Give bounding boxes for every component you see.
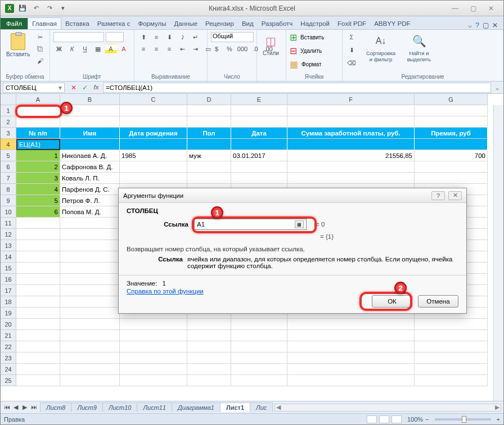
cell[interactable] xyxy=(187,352,231,364)
row-header-18[interactable]: 18 xyxy=(1,296,16,308)
sheet-nav-last-icon[interactable]: ⏭ xyxy=(30,404,38,411)
cell[interactable] xyxy=(287,116,415,128)
formula-input[interactable]: =СТОЛБЕЦ(A1) xyxy=(103,83,491,93)
cell[interactable] xyxy=(16,375,60,386)
cell[interactable] xyxy=(187,364,231,375)
cell[interactable] xyxy=(120,105,187,116)
cell[interactable] xyxy=(287,139,415,150)
fill-color-icon[interactable]: A xyxy=(105,44,116,54)
horizontal-scrollbar[interactable]: ◀ ▶ xyxy=(274,404,501,412)
cell[interactable] xyxy=(60,352,120,364)
name-box[interactable]: СТОЛБЕЦ ▾ xyxy=(3,83,65,93)
cell[interactable] xyxy=(60,139,120,150)
indent-dec-icon[interactable]: ⇤ xyxy=(177,44,188,54)
cell[interactable]: Дата рождения xyxy=(120,128,187,139)
row-header-9[interactable]: 9 xyxy=(1,195,16,206)
cell[interactable]: Попова М. Д. xyxy=(60,206,120,218)
wrap-text-icon[interactable]: ↵ xyxy=(190,32,201,42)
cell[interactable] xyxy=(60,364,120,375)
orientation-icon[interactable]: ⤸ xyxy=(177,32,188,42)
dialog-titlebar[interactable]: Аргументы функции ? ✕ xyxy=(119,188,466,203)
cell[interactable]: Петров Ф. Л. xyxy=(60,195,120,206)
comma-icon[interactable]: 000 xyxy=(237,44,248,54)
italic-button[interactable]: К xyxy=(66,44,78,54)
cell[interactable]: Николаев А. Д. xyxy=(60,150,120,161)
row-header-11[interactable]: 11 xyxy=(1,218,16,229)
col-header-A[interactable]: A xyxy=(16,94,60,105)
row-header-23[interactable]: 23 xyxy=(1,352,16,364)
col-header-E[interactable]: E xyxy=(231,94,287,105)
cell[interactable] xyxy=(60,330,120,341)
tab-addins[interactable]: Надстрой xyxy=(296,18,334,29)
cell[interactable] xyxy=(287,341,415,352)
cell[interactable] xyxy=(60,116,120,128)
cell[interactable]: 3 xyxy=(16,173,60,184)
font-color-icon[interactable]: A xyxy=(118,44,129,54)
cell[interactable]: 2 xyxy=(16,161,60,173)
cell[interactable] xyxy=(287,330,415,341)
cell[interactable] xyxy=(287,105,415,116)
cell[interactable] xyxy=(16,218,60,229)
styles-button[interactable]: ◫ Стили xyxy=(260,32,281,57)
cut-icon[interactable]: ✂ xyxy=(34,32,46,42)
ok-button[interactable]: ОК xyxy=(372,295,412,308)
sheet-tab[interactable]: Лист8 xyxy=(40,403,71,412)
cell[interactable]: Парфенов Д. С. xyxy=(60,184,120,195)
cell[interactable] xyxy=(120,116,187,128)
row-header-6[interactable]: 6 xyxy=(1,161,16,173)
maximize-icon[interactable]: ▢ xyxy=(466,4,480,13)
sheet-nav-first-icon[interactable]: ⏮ xyxy=(3,404,11,411)
cell[interactable] xyxy=(415,364,488,375)
cell[interactable]: 1 xyxy=(16,150,60,161)
cell[interactable] xyxy=(60,375,120,386)
cell[interactable]: 6 xyxy=(16,206,60,218)
col-header-C[interactable]: C xyxy=(120,94,187,105)
currency-icon[interactable]: $ xyxy=(211,44,222,54)
cell[interactable]: муж xyxy=(187,150,231,161)
cell[interactable] xyxy=(415,341,488,352)
cell[interactable] xyxy=(415,330,488,341)
tab-home[interactable]: Главная xyxy=(28,17,61,29)
font-size[interactable] xyxy=(106,32,124,42)
range-selector-icon[interactable]: ▦ xyxy=(295,220,304,228)
cell[interactable]: Дата xyxy=(231,128,287,139)
cell[interactable] xyxy=(187,330,231,341)
sheet-tab[interactable]: Лист9 xyxy=(71,403,102,412)
cell[interactable] xyxy=(120,364,187,375)
underline-button[interactable]: Ч xyxy=(79,44,91,54)
sheet-tab[interactable]: Лист11 xyxy=(137,403,172,412)
row-header-19[interactable]: 19 xyxy=(1,308,16,319)
cell[interactable] xyxy=(415,139,488,150)
row-header-17[interactable]: 17 xyxy=(1,285,16,296)
function-help-link[interactable]: Справка по этой функции xyxy=(127,288,458,295)
zoom-in-icon[interactable]: + xyxy=(497,416,500,423)
tab-foxit[interactable]: Foxit PDF xyxy=(334,18,370,29)
row-header-3[interactable]: 3 xyxy=(1,128,16,139)
cell[interactable] xyxy=(187,173,231,184)
cell[interactable]: 700 xyxy=(415,150,488,161)
bold-button[interactable]: Ж xyxy=(53,44,65,54)
cell[interactable] xyxy=(120,319,187,330)
expand-formula-icon[interactable]: ⌄ xyxy=(491,84,503,92)
cell[interactable] xyxy=(231,341,287,352)
cell[interactable]: № п/п xyxy=(16,128,60,139)
cell[interactable] xyxy=(60,274,120,285)
row-header-14[interactable]: 14 xyxy=(1,251,16,263)
indent-inc-icon[interactable]: ⇥ xyxy=(190,44,201,54)
cell[interactable] xyxy=(231,364,287,375)
cell[interactable]: Сумма заработной платы, руб. xyxy=(287,128,415,139)
align-center-icon[interactable]: ≡ xyxy=(151,44,162,54)
cell[interactable] xyxy=(287,173,415,184)
cell[interactable] xyxy=(287,319,415,330)
cell[interactable]: Имя xyxy=(60,128,120,139)
cell[interactable] xyxy=(16,285,60,296)
cell[interactable] xyxy=(415,319,488,330)
cell[interactable] xyxy=(16,105,60,116)
tab-review[interactable]: Рецензир xyxy=(201,18,238,29)
qat-customize-icon[interactable]: ▾ xyxy=(58,3,68,13)
cell[interactable] xyxy=(60,218,120,229)
cell[interactable] xyxy=(60,319,120,330)
restore-window-icon[interactable]: ▢ xyxy=(483,21,489,29)
cell[interactable] xyxy=(60,263,120,274)
cell[interactable] xyxy=(187,105,231,116)
